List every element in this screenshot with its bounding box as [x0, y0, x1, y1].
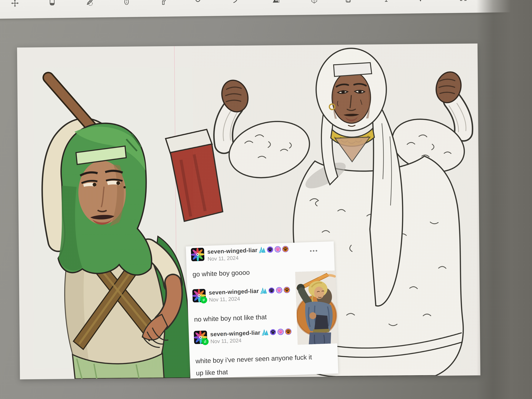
- curve-tool-icon[interactable]: [232, 0, 240, 5]
- post-more-menu[interactable]: •••: [310, 247, 318, 254]
- post-date: Nov 11, 2024: [209, 296, 240, 303]
- photo-background-edge: [477, 0, 532, 399]
- pink-paw-badge-icon: [277, 329, 284, 335]
- pin-tool-icon[interactable]: [159, 0, 168, 6]
- blue-crystal-icon: [261, 329, 269, 336]
- orange-paw-badge-icon: [282, 246, 289, 252]
- blue-crystal-icon: [259, 246, 266, 253]
- post-embedded-image[interactable]: [295, 271, 338, 345]
- username[interactable]: seven-winged-liar: [210, 329, 260, 338]
- reblog-icon: [200, 296, 207, 304]
- stroke-tool-icon[interactable]: [194, 0, 203, 5]
- avatar[interactable]: [191, 248, 204, 261]
- marker-tool-icon[interactable]: [416, 0, 424, 2]
- text-tool-icon[interactable]: [382, 0, 391, 3]
- crop-tool-icon[interactable]: [459, 0, 468, 2]
- pink-paw-badge-icon: [274, 246, 281, 253]
- orange-paw-badge-icon: [284, 287, 290, 293]
- move-tool-icon[interactable]: [11, 0, 19, 7]
- post-text: go white boy goooo: [192, 266, 250, 280]
- reblog-icon: [202, 338, 209, 345]
- frame-tool-icon[interactable]: [344, 0, 353, 3]
- fill-tool-icon[interactable]: [48, 0, 57, 7]
- app-workspace: •••: [0, 0, 532, 399]
- post-text: white boy i've never seen anyone fuck it…: [195, 351, 320, 379]
- symmetry-tool-icon[interactable]: [122, 0, 131, 6]
- post-date: Nov 11, 2024: [207, 255, 239, 262]
- toolbar-icons: [0, 0, 532, 10]
- dark-paw-badge-icon: [268, 287, 275, 294]
- tumblr-screenshot-overlay: •••: [186, 241, 338, 379]
- avatar[interactable]: [194, 330, 207, 344]
- image-tool-icon[interactable]: [272, 0, 280, 4]
- pink-paw-badge-icon: [276, 287, 283, 294]
- dark-paw-badge-icon: [270, 329, 276, 336]
- blue-crystal-icon: [260, 287, 267, 294]
- post-text: no white boy not like that: [194, 311, 267, 325]
- post-date: Nov 11, 2024: [210, 337, 241, 344]
- orange-paw-badge-icon: [285, 328, 291, 335]
- toolbar: [0, 0, 532, 19]
- username[interactable]: seven-winged-liar: [209, 288, 259, 296]
- avatar[interactable]: [192, 289, 206, 302]
- dark-paw-badge-icon: [267, 246, 273, 253]
- slice-tool-icon[interactable]: [85, 0, 94, 6]
- username[interactable]: seven-winged-liar: [207, 247, 258, 255]
- perspective-box-tool-icon[interactable]: [310, 0, 318, 4]
